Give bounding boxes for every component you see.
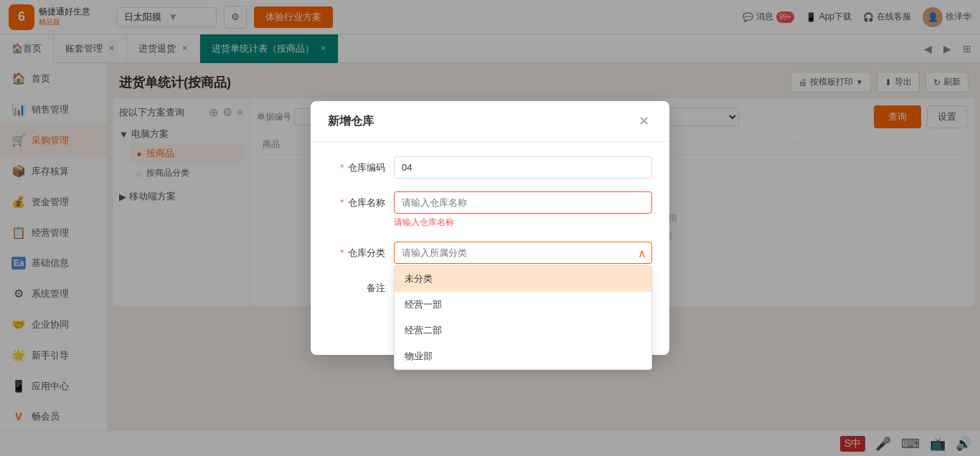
modal-overlay: 新增仓库 ✕ * 仓库编码 * 仓库名称 请输入仓库名称 bbox=[0, 0, 980, 456]
modal-close-button[interactable]: ✕ bbox=[635, 113, 652, 130]
remark-label: 备注 bbox=[328, 277, 385, 295]
modal-header: 新增仓库 ✕ bbox=[311, 101, 669, 142]
required-star-name: * bbox=[340, 197, 344, 208]
dropdown-item-3[interactable]: 物业部 bbox=[395, 343, 651, 369]
code-label: * 仓库编码 bbox=[328, 156, 385, 174]
name-field-group: 请输入仓库名称 bbox=[394, 191, 652, 229]
dropdown-item-2[interactable]: 经营二部 bbox=[395, 318, 651, 343]
form-row-category: * 仓库分类 ∧ 未分类 经营一部 经营二部 物业部 bbox=[328, 242, 652, 264]
dropdown-item-0[interactable]: 未分类 bbox=[395, 266, 651, 292]
category-dropdown: 未分类 经营一部 经营二部 物业部 bbox=[394, 265, 652, 370]
name-error-msg: 请输入仓库名称 bbox=[394, 217, 652, 229]
modal-body: * 仓库编码 * 仓库名称 请输入仓库名称 * bbox=[311, 142, 669, 310]
required-star: * bbox=[340, 162, 344, 173]
modal-title: 新增仓库 bbox=[328, 114, 374, 129]
form-row-name: * 仓库名称 请输入仓库名称 bbox=[328, 191, 652, 229]
name-input[interactable] bbox=[394, 191, 652, 214]
code-input[interactable] bbox=[394, 156, 652, 179]
required-star-cat: * bbox=[340, 247, 344, 258]
form-row-code: * 仓库编码 bbox=[328, 156, 652, 179]
category-select-wrapper: ∧ 未分类 经营一部 经营二部 物业部 bbox=[394, 242, 652, 264]
dropdown-item-1[interactable]: 经营一部 bbox=[395, 292, 651, 318]
category-label: * 仓库分类 bbox=[328, 242, 385, 260]
modal-add-warehouse: 新增仓库 ✕ * 仓库编码 * 仓库名称 请输入仓库名称 bbox=[311, 101, 669, 355]
name-label: * 仓库名称 bbox=[328, 191, 385, 209]
category-input[interactable] bbox=[394, 242, 652, 264]
